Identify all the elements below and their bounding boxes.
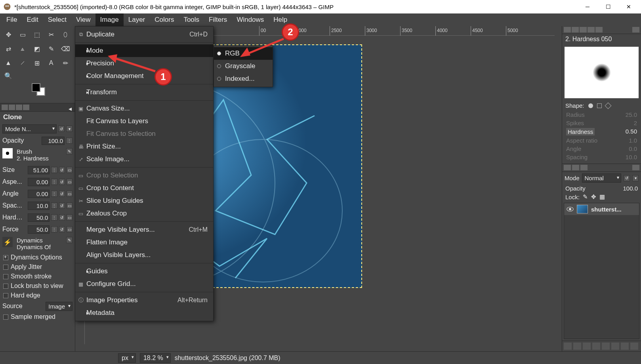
blend-mode-select[interactable]: Mode N... <box>2 124 57 133</box>
tool-4[interactable]: ⬯ <box>59 29 71 40</box>
sample-merged-checkbox[interactable] <box>3 314 8 320</box>
shape-square[interactable] <box>597 103 602 108</box>
opt-stepper[interactable]: ⋮ <box>51 226 57 233</box>
opt-link[interactable]: ▭ <box>67 191 72 197</box>
menu-item-fit-canvas-to-layers[interactable]: Fit Canvas to Layers <box>75 115 213 128</box>
menu-item-crop-to-content[interactable]: ▭Crop to Content <box>75 182 213 194</box>
dynamics-edit-button[interactable]: ✎ <box>66 237 72 243</box>
tool-10[interactable]: ▲ <box>2 57 14 69</box>
lower-layer-button[interactable] <box>592 343 600 350</box>
menu-tools[interactable]: Tools <box>179 13 204 26</box>
source-select[interactable]: Image <box>46 302 72 311</box>
brush-preview-swatch[interactable] <box>2 148 13 158</box>
opt-reset[interactable]: ↺ <box>59 202 65 209</box>
opt-link[interactable]: ▭ <box>67 179 72 185</box>
menu-file[interactable]: File <box>2 13 22 26</box>
menu-layer[interactable]: Layer <box>124 13 150 26</box>
opt-stepper[interactable]: ⋮ <box>51 202 57 209</box>
tab-paths[interactable] <box>580 165 588 170</box>
tab-paint-dynamics[interactable] <box>595 27 603 32</box>
menu-item-image-properties[interactable]: ⓘImage PropertiesAlt+Return <box>75 294 213 307</box>
shape-circle[interactable] <box>588 103 593 108</box>
menu-filters[interactable]: Filters <box>204 13 232 26</box>
layer-mode-reset[interactable]: ↺ <box>624 175 630 181</box>
opt-link[interactable]: ▭ <box>67 202 72 209</box>
opt-value[interactable]: 50.0 <box>28 225 50 234</box>
layer-row[interactable]: shutterst... <box>564 203 639 215</box>
lock-position-icon[interactable]: ✥ <box>591 193 596 200</box>
menu-item-scale-image-[interactable]: ⤢Scale Image... <box>75 153 213 166</box>
menu-edit[interactable]: Edit <box>22 13 43 26</box>
tab-images[interactable] <box>23 105 29 110</box>
tool-9[interactable]: ⌫ <box>59 43 71 55</box>
tab-channels[interactable] <box>572 165 579 170</box>
opt-reset[interactable]: ↺ <box>59 191 65 197</box>
menu-item-merge-visible-layers-[interactable]: Merge Visible Layers...Ctrl+M <box>75 223 213 236</box>
opacity-stepper[interactable]: ⋮ <box>66 137 72 144</box>
menu-item-canvas-size-[interactable]: ▣Canvas Size... <box>75 102 213 115</box>
lock-alpha-icon[interactable]: ▦ <box>599 193 605 200</box>
mode-menu-button[interactable]: ▾ <box>66 126 72 132</box>
opt-value[interactable]: 51.00 <box>28 166 50 174</box>
checkbox[interactable] <box>3 284 8 289</box>
raise-layer-button[interactable] <box>583 343 591 350</box>
tab-document-history[interactable] <box>588 27 595 32</box>
opt-reset[interactable]: ↺ <box>59 167 65 173</box>
maximize-button[interactable]: ☐ <box>599 1 617 13</box>
opt-reset[interactable]: ↺ <box>59 226 65 233</box>
opt-link[interactable]: ▭ <box>67 167 72 173</box>
visibility-icon[interactable] <box>567 206 574 212</box>
tool-6[interactable]: ⟁ <box>17 43 29 55</box>
panel-menu-icon[interactable] <box>632 27 639 32</box>
menu-windows[interactable]: Windows <box>232 13 269 26</box>
mode-reset-button[interactable]: ↺ <box>58 126 65 132</box>
tab-undo-history[interactable] <box>16 105 22 110</box>
menu-colors[interactable]: Colors <box>150 13 179 26</box>
tool-zoom[interactable]: 🔍 <box>2 70 14 82</box>
opt-value[interactable]: 10.0 <box>28 202 50 210</box>
duplicate-layer-button[interactable] <box>602 343 610 350</box>
opt-stepper[interactable]: ⋮ <box>51 214 57 221</box>
dim-value[interactable]: 2 <box>634 120 637 126</box>
zoom-select[interactable]: 18.2 % <box>140 353 171 363</box>
opt-value[interactable]: 50.0 <box>28 213 50 222</box>
tool-3[interactable]: ✂ <box>45 29 57 40</box>
opt-reset[interactable]: ↺ <box>59 214 65 221</box>
checkbox[interactable] <box>3 274 8 279</box>
tab-device-status[interactable] <box>9 105 15 110</box>
close-button[interactable]: ✕ <box>620 1 638 13</box>
opt-link[interactable]: ▭ <box>67 226 72 233</box>
menu-item-zealous-crop[interactable]: ▭Zealous Crop <box>75 207 213 220</box>
layer-mode-menu[interactable]: ▾ <box>632 175 639 181</box>
menu-item-duplicate[interactable]: ⧉DuplicateCtrl+D <box>75 28 213 41</box>
opt-value[interactable]: 0.00 <box>28 178 50 186</box>
opt-stepper[interactable]: ⋮ <box>51 179 57 185</box>
opt-value[interactable]: 0.00 <box>28 190 50 198</box>
opt-stepper[interactable]: ⋮ <box>51 167 57 173</box>
fg-color-swatch[interactable] <box>32 83 40 92</box>
tool-14[interactable]: ✏ <box>59 57 71 69</box>
tool-12[interactable]: ⊞ <box>31 57 43 69</box>
tool-0[interactable]: ✥ <box>2 29 14 40</box>
dim-value[interactable]: 0.0 <box>629 145 637 152</box>
dynamics-icon[interactable]: ⚡ <box>2 237 13 247</box>
tool-13[interactable]: A <box>45 57 57 69</box>
tab-patterns[interactable] <box>572 27 579 32</box>
opt-reset[interactable]: ↺ <box>59 179 65 185</box>
dim-value[interactable]: 1.0 <box>629 137 637 144</box>
tool-7[interactable]: ◩ <box>31 43 43 55</box>
lock-pixels-icon[interactable]: ✎ <box>583 193 588 200</box>
color-swatches[interactable] <box>32 83 75 103</box>
dim-value[interactable]: 10.0 <box>626 154 637 160</box>
menu-item-guides[interactable]: Guides▸ <box>75 265 213 278</box>
menu-item-slice-using-guides[interactable]: ✂Slice Using Guides <box>75 194 213 207</box>
menu-view[interactable]: View <box>71 13 95 26</box>
opt-link[interactable]: ▭ <box>67 214 72 221</box>
brush-edit-button[interactable]: ✎ <box>66 148 72 154</box>
menu-item-flatten-image[interactable]: Flatten Image <box>75 236 213 249</box>
checkbox[interactable] <box>3 293 8 298</box>
tab-brushes[interactable] <box>564 27 571 32</box>
mask-button[interactable] <box>621 343 629 350</box>
tab-layers[interactable] <box>564 165 571 170</box>
opacity-value[interactable]: 100.0 <box>42 137 65 145</box>
